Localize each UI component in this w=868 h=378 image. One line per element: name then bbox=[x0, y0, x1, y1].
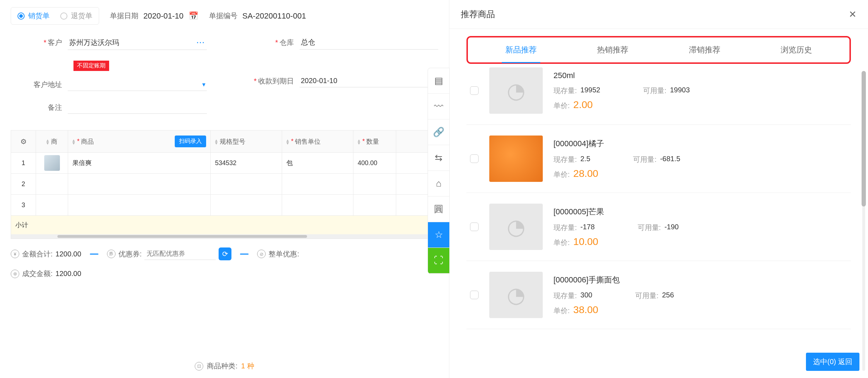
deal-icon: ⊛ bbox=[11, 270, 19, 278]
tool-note-icon[interactable]: ▤ bbox=[428, 68, 449, 94]
price-value: 28.00 bbox=[573, 168, 598, 179]
tool-exchange-icon[interactable]: ⇆ bbox=[428, 145, 449, 171]
yen-icon: ¥ bbox=[11, 250, 19, 258]
placeholder-icon: ◔ bbox=[507, 78, 525, 103]
kind-icon: ⊡ bbox=[195, 362, 203, 371]
table-row[interactable]: 1 果倍爽 534532 包 400.00 bbox=[11, 153, 438, 174]
list-item: ◔ [0000005]芒果 现存量:-178 可用量:-190 单价:10.00 bbox=[466, 193, 851, 261]
deal-label: 成交金额: bbox=[22, 269, 53, 279]
close-icon[interactable]: ✕ bbox=[849, 9, 857, 20]
product-image: ◔ bbox=[489, 204, 543, 250]
kind-value: 1 种 bbox=[241, 361, 254, 371]
kind-label: 商品种类: bbox=[207, 361, 238, 371]
date-value[interactable]: 2020-01-10 bbox=[143, 11, 184, 21]
product-name: [0000005]芒果 bbox=[553, 206, 847, 217]
dash-icon bbox=[90, 254, 98, 255]
tab-slow[interactable]: 滞销推荐 bbox=[682, 42, 727, 58]
subtotal-label: 小计 bbox=[15, 221, 40, 229]
recommend-tabs: 新品推荐 热销推荐 滞销推荐 浏览历史 bbox=[466, 36, 851, 64]
tool-currency-icon[interactable]: 圓 bbox=[428, 196, 449, 222]
due-field[interactable]: 2020-01-10 bbox=[300, 75, 439, 87]
avail-label: 可用量: bbox=[643, 86, 667, 96]
remark-field[interactable] bbox=[68, 101, 207, 114]
checkbox[interactable] bbox=[470, 154, 479, 163]
row-unit[interactable]: 包 bbox=[282, 153, 353, 173]
row-spec[interactable]: 534532 bbox=[211, 153, 282, 173]
remark-label: 备注 bbox=[11, 103, 68, 112]
product-list: ◔ 250ml 现存量:19952 可用量:19903 单价:2.00 [000… bbox=[449, 64, 868, 378]
row-product[interactable]: 果倍爽 bbox=[68, 153, 211, 173]
table-row[interactable]: 2 bbox=[11, 174, 438, 195]
stock-value: -178 bbox=[581, 223, 595, 233]
tab-hot[interactable]: 热销推荐 bbox=[590, 42, 635, 58]
coupon-input[interactable] bbox=[144, 248, 216, 260]
col-unit[interactable]: ▴▾*销售单位 bbox=[282, 131, 353, 152]
address-label: 客户地址 bbox=[11, 80, 68, 90]
scroll-thumb[interactable] bbox=[57, 235, 307, 238]
list-item: ◔ [0000006]手撕面包 现存量:300 可用量:256 单价:38.00 bbox=[466, 261, 851, 329]
stock-value: 19952 bbox=[581, 86, 601, 96]
row-index: 1 bbox=[11, 153, 36, 173]
product-image: ◔ bbox=[489, 67, 543, 114]
product-name: [0000004]橘子 bbox=[553, 138, 847, 149]
sort-icon: ▴▾ bbox=[72, 139, 75, 144]
ellipsis-icon[interactable]: ⋯ bbox=[196, 37, 205, 47]
tab-history[interactable]: 浏览历史 bbox=[773, 42, 819, 58]
list-item: [0000004]橘子 现存量:2.5 可用量:-681.5 单价:28.00 bbox=[466, 125, 851, 193]
select-return-button[interactable]: 选中(0) 返回 bbox=[806, 353, 859, 371]
radio-return[interactable]: 退货单 bbox=[60, 11, 92, 21]
col-settings[interactable]: ⚙ bbox=[11, 131, 36, 152]
list-item: ◔ 250ml 现存量:19952 可用量:19903 单价:2.00 bbox=[466, 64, 851, 125]
tab-new[interactable]: 新品推荐 bbox=[498, 42, 544, 58]
price-value: 10.00 bbox=[573, 236, 598, 247]
tool-link-icon[interactable]: 🔗 bbox=[428, 119, 449, 145]
product-name: 250ml bbox=[553, 71, 847, 80]
table-row[interactable]: 3 bbox=[11, 195, 438, 216]
col-qty[interactable]: ▴▾*数量 bbox=[353, 131, 396, 152]
row-thumb bbox=[36, 153, 68, 173]
scan-button[interactable]: 扫码录入 bbox=[175, 136, 206, 147]
doc-type-tabs: 销货单 退货单 bbox=[11, 7, 99, 25]
period-badge: 不固定账期 bbox=[73, 61, 109, 71]
radio-label: 退货单 bbox=[71, 11, 92, 21]
tool-expand-icon[interactable]: ⛶ bbox=[428, 248, 449, 274]
product-name: [0000006]手撕面包 bbox=[553, 275, 847, 285]
checkbox[interactable] bbox=[470, 291, 479, 299]
deal-value: 1200.00 bbox=[56, 270, 81, 278]
col-spec[interactable]: ▴▾规格型号 bbox=[211, 131, 282, 152]
items-table: ⚙ ▴▾商 ▴▾*商品扫码录入 ▴▾规格型号 ▴▾*销售单位 ▴▾*数量 1 果… bbox=[11, 130, 438, 239]
list-scrollbar[interactable] bbox=[862, 64, 866, 378]
customer-field[interactable]: 苏州万达沃尔玛 ⋯ bbox=[68, 35, 207, 50]
sort-icon: ▴▾ bbox=[286, 139, 289, 144]
row-index: 2 bbox=[11, 174, 36, 194]
scroll-thumb[interactable] bbox=[862, 71, 866, 206]
stock-value: 300 bbox=[581, 291, 592, 301]
coupon-label: 优惠券: bbox=[118, 249, 142, 259]
stock-value: 2.5 bbox=[581, 155, 591, 164]
checkbox[interactable] bbox=[470, 223, 479, 231]
dash-icon bbox=[240, 254, 249, 255]
footer-summary: ⊡ 商品种类: 1 种 bbox=[0, 361, 449, 371]
radio-sales[interactable]: 销货单 bbox=[17, 11, 50, 21]
chevron-down-icon[interactable]: ▾ bbox=[202, 81, 205, 88]
calendar-icon[interactable]: 📅 bbox=[189, 11, 198, 21]
row-qty[interactable]: 400.00 bbox=[353, 153, 396, 173]
total-label: 金额合计: bbox=[22, 249, 53, 259]
checkbox[interactable] bbox=[470, 86, 479, 95]
table-hscroll[interactable] bbox=[11, 234, 438, 239]
discount-icon: ⊘ bbox=[257, 250, 266, 258]
warehouse-field[interactable]: 总仓 bbox=[300, 35, 439, 50]
warehouse-value: 总仓 bbox=[301, 37, 315, 47]
discount-label: 整单优惠: bbox=[269, 249, 299, 259]
tool-inbox-icon[interactable]: ⌂ bbox=[428, 171, 449, 196]
date-label: 单据日期 bbox=[110, 11, 138, 21]
col-product[interactable]: ▴▾*商品扫码录入 bbox=[68, 131, 211, 152]
address-field[interactable]: ▾ bbox=[68, 78, 207, 91]
avail-value: 256 bbox=[662, 291, 674, 301]
price-label: 单价: bbox=[553, 101, 570, 111]
refresh-button[interactable]: ⟳ bbox=[219, 247, 231, 260]
tool-chart-icon[interactable]: 〰 bbox=[428, 94, 449, 119]
col-icon[interactable]: ▴▾商 bbox=[36, 131, 68, 152]
product-image bbox=[489, 136, 543, 182]
tool-star-icon[interactable]: ☆ bbox=[428, 222, 449, 248]
